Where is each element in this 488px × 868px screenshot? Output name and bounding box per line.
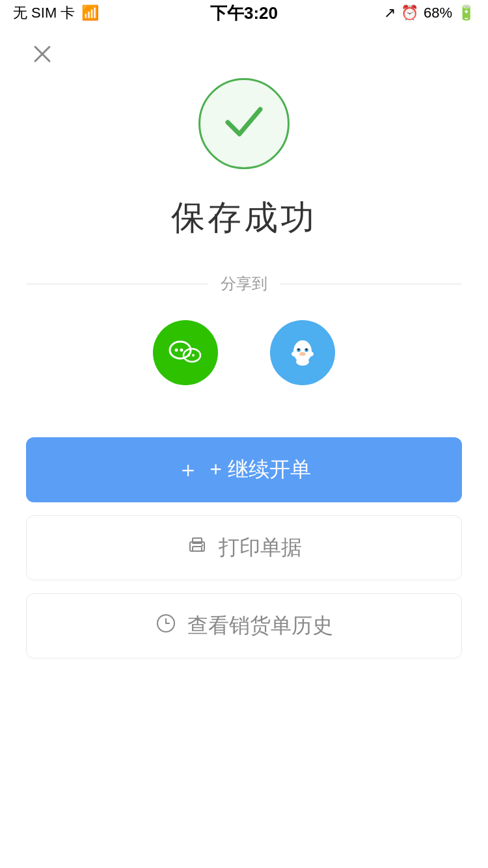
divider-right <box>280 284 462 284</box>
action-buttons: ＋ + 继续开单 打印单据 查看销货单历 <box>0 437 488 658</box>
checkmark-icon <box>221 98 267 150</box>
svg-point-15 <box>291 351 298 357</box>
share-wechat-button[interactable] <box>153 320 218 385</box>
wechat-icon <box>166 333 205 372</box>
print-button[interactable]: 打印单据 <box>26 515 462 580</box>
battery-text: 68% <box>424 5 452 21</box>
divider-left <box>26 284 208 284</box>
svg-point-20 <box>202 545 204 547</box>
alarm-icon: ⏰ <box>401 5 418 21</box>
success-title: 保存成功 <box>171 195 317 241</box>
printer-icon <box>186 534 208 562</box>
status-time: 下午3:20 <box>210 2 278 25</box>
svg-point-3 <box>175 349 178 352</box>
svg-point-14 <box>299 352 306 356</box>
print-label: 打印单据 <box>219 534 302 562</box>
plus-icon: ＋ <box>177 455 199 485</box>
svg-rect-19 <box>193 547 202 551</box>
share-label: 分享到 <box>208 273 280 294</box>
wifi-icon: 📶 <box>81 5 99 21</box>
success-circle <box>198 78 290 169</box>
history-label: 查看销货单历史 <box>187 612 333 640</box>
close-button[interactable] <box>26 38 59 70</box>
share-row <box>153 320 335 385</box>
svg-point-6 <box>187 354 190 357</box>
svg-point-12 <box>298 349 300 351</box>
status-right: ↗ ⏰ 68% 🔋 <box>384 5 475 21</box>
history-button[interactable]: 查看销货单历史 <box>26 593 462 658</box>
qq-icon <box>283 333 322 372</box>
status-left: 无 SIM 卡 📶 <box>13 3 99 23</box>
svg-point-4 <box>180 349 183 352</box>
status-bar: 无 SIM 卡 📶 下午3:20 ↗ ⏰ 68% 🔋 <box>0 0 488 26</box>
main-content: 保存成功 分享到 <box>0 26 488 658</box>
history-icon <box>155 612 177 640</box>
svg-point-9 <box>296 358 309 366</box>
close-icon <box>33 44 52 64</box>
svg-point-7 <box>192 354 195 357</box>
no-sim-text: 无 SIM 卡 <box>13 3 75 23</box>
continue-label: + 继续开单 <box>210 455 311 484</box>
divider-section: 分享到 <box>0 273 488 294</box>
svg-point-16 <box>307 351 314 357</box>
battery-icon: 🔋 <box>457 5 475 21</box>
location-icon: ↗ <box>384 5 396 21</box>
svg-point-13 <box>306 349 308 351</box>
share-qq-button[interactable] <box>270 320 335 385</box>
continue-button[interactable]: ＋ + 继续开单 <box>26 437 462 502</box>
